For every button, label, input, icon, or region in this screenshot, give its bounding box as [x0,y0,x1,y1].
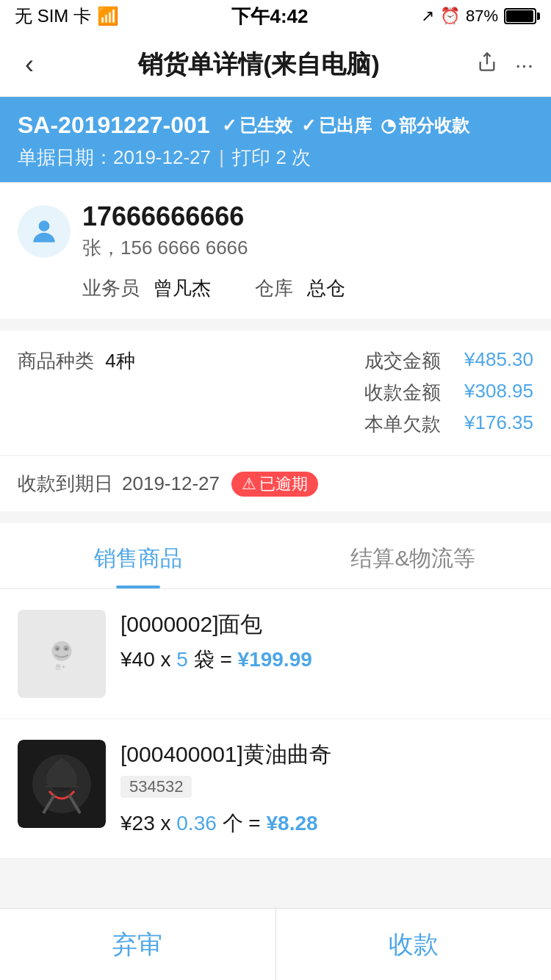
received-amount-row: 收款金额 ¥308.95 [364,380,533,406]
product-price-2: ¥23 x 0.36 个 = ¥8.28 [120,810,533,837]
tab-bar: 销售商品 结算&物流等 [0,523,551,589]
deal-amount-row: 成交金额 ¥485.30 [364,348,533,374]
svg-point-2 [52,641,72,661]
battery-icon [504,8,536,24]
reject-button[interactable]: 弃审 [0,909,276,980]
status-time: 下午4:42 [231,4,308,29]
share-icon[interactable] [477,51,497,77]
overdue-label: 已逾期 [259,473,308,495]
tab-settlement[interactable]: 结算&物流等 [276,523,551,588]
overdue-badge: ⚠ 已逾期 [231,472,318,497]
svg-point-5 [57,648,59,650]
list-item: [000400001]黄油曲奇 534532 ¥23 x 0.36 个 = ¥8… [0,719,551,859]
avatar [18,205,71,258]
summary-section: 商品种类 4种 成交金额 ¥485.30 收款金额 ¥308.95 本单欠款 ¥… [0,331,551,455]
due-label: 收款到期日 [18,471,113,497]
nav-bar: ‹ 销货单详情(来自电脑) ··· [0,32,551,97]
product-details-2: [000400001]黄油曲奇 534532 ¥23 x 0.36 个 = ¥8… [120,740,533,837]
due-section: 收款到期日 2019-12-27 ⚠ 已逾期 [0,456,551,511]
status-bar: 无 SIM 卡 📶 下午4:42 ↗ ⏰ 87% [0,0,551,32]
location-icon: ↗ [421,7,434,26]
customer-phone: 17666666666 [82,201,248,232]
tab-sales-goods[interactable]: 销售商品 [0,523,276,588]
product-name-2: [000400001]黄油曲奇 [120,740,533,770]
product-sku-2: 534532 [120,776,192,798]
badge-effective: 已生效 [222,114,292,137]
owed-amount-row: 本单欠款 ¥176.35 [364,411,533,437]
status-carrier: 无 SIM 卡 📶 [15,4,119,28]
battery-percent: 87% [466,7,498,26]
customer-meta: 业务员 曾凡杰 仓库 总仓 [18,275,533,301]
amounts: 成交金额 ¥485.30 收款金额 ¥308.95 本单欠款 ¥176.35 [364,348,533,437]
product-thumbnail-2 [18,740,106,828]
page-title: 销货单详情(来自电脑) [41,48,477,82]
wifi-icon: 📶 [97,6,119,26]
badge-partial: 部分收款 [381,114,469,137]
salesman-field: 业务员 曾凡杰 [82,275,211,301]
badge-shipped: 已出库 [301,114,372,137]
more-icon[interactable]: ··· [515,52,533,77]
nav-actions: ··· [477,51,533,77]
list-item: 兽+ [0000002]面包 ¥40 x 5 袋 = ¥199.99 [0,589,551,719]
svg-point-6 [65,648,68,650]
svg-point-1 [39,220,50,231]
overdue-dot: ⚠ [242,475,256,494]
product-name-1: [0000002]面包 [120,610,533,640]
order-header: SA-20191227-001 已生效 已出库 部分收款 单据日期：2019-1… [0,97,551,182]
product-details-1: [0000002]面包 ¥40 x 5 袋 = ¥199.99 [120,610,533,674]
warehouse-field: 仓库 总仓 [255,275,345,301]
svg-text:兽+: 兽+ [55,663,65,671]
products-section: 兽+ [0000002]面包 ¥40 x 5 袋 = ¥199.99 [0,589,551,859]
bottom-bar: 弃审 收款 [0,908,551,980]
alarm-icon: ⏰ [440,7,460,26]
back-button[interactable]: ‹ [18,42,41,87]
product-count: 商品种类 4种 [18,348,135,374]
product-price-1: ¥40 x 5 袋 = ¥199.99 [120,646,533,674]
order-badges: 已生效 已出库 部分收款 [222,114,469,137]
collect-button[interactable]: 收款 [276,909,552,980]
customer-name: 张，156 6666 6666 [82,235,248,261]
customer-section: 17666666666 张，156 6666 6666 业务员 曾凡杰 仓库 总… [0,184,551,319]
status-right: ↗ ⏰ 87% [421,7,536,26]
product-thumbnail-1: 兽+ [18,610,106,698]
order-date: 单据日期：2019-12-27 | 打印 2 次 [18,145,533,170]
order-id: SA-20191227-001 [18,112,210,139]
due-date: 2019-12-27 [122,472,220,495]
